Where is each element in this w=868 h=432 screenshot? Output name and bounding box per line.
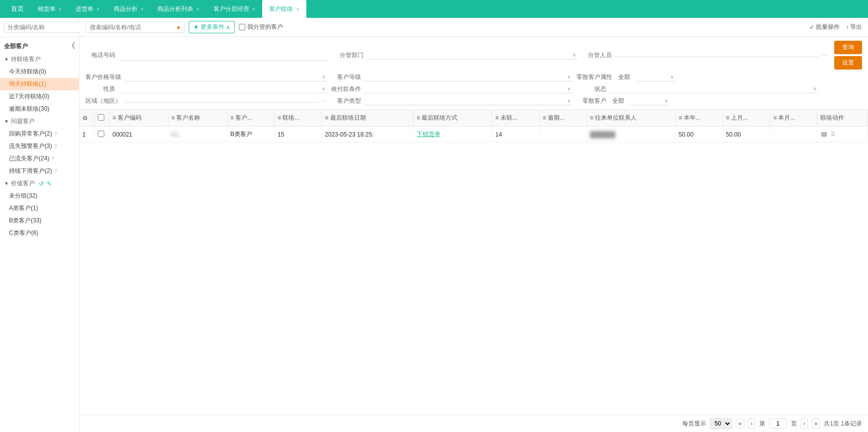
cell-checkbox[interactable] [94, 127, 109, 143]
sidebar-item-overdue[interactable]: 逾期未联络(30) [0, 103, 79, 115]
nature-select[interactable]: ∨ [118, 84, 327, 93]
export-btn[interactable]: ↑ 导出 [846, 23, 862, 31]
action-more-icon[interactable]: ⠿ [831, 131, 835, 138]
sidebar-group-pending[interactable]: ▼ 待联络客户 [0, 53, 79, 66]
nav-purchase[interactable]: 进货单 × [69, 0, 106, 18]
bulk-action-btn[interactable]: ✓ 批量操作 [809, 23, 840, 31]
action-phone-icon[interactable]: ☎ [820, 131, 828, 138]
my-customers-checkbox-label[interactable]: 我分管的客户 [239, 23, 283, 31]
col-this-month: ≡ 本月... [770, 110, 817, 127]
pending-group-label: 待联络客户 [11, 55, 41, 64]
close-sales-icon[interactable]: × [59, 6, 62, 12]
set-btn[interactable]: 设置 [834, 56, 862, 70]
sidebar-item-repurchase[interactable]: 回购异常客户(2) ? [0, 128, 79, 140]
sidebar-group-value[interactable]: ▼ 价值客户 ↺ ✎ [0, 177, 79, 190]
sidebar-item-classC[interactable]: C类客户(6) [0, 227, 79, 239]
cell-last-method[interactable]: 下销货单 [413, 127, 492, 143]
sidebar-all-customers[interactable]: 全部客户 《 [0, 39, 79, 53]
col-name-label: ≡ 客户名称 [171, 114, 200, 121]
my-customers-checkbox[interactable] [239, 24, 245, 30]
close-purchase-icon[interactable]: × [96, 6, 99, 12]
page-unit: 页 [791, 420, 797, 428]
close-customer-contact-icon[interactable]: × [296, 6, 299, 12]
customer-name-value: Ea [171, 131, 179, 138]
nav-goods-analysis[interactable]: 商品分析 × [107, 0, 150, 18]
repurchase-help-icon[interactable]: ? [54, 131, 57, 137]
dept-select[interactable]: ∨ [366, 51, 578, 60]
first-page-btn[interactable]: « [736, 419, 744, 429]
sidebar-item-unsorted[interactable]: 未分组(32) [0, 190, 79, 202]
sidebar-item-declining[interactable]: 持续下滑客户(2) ? [0, 165, 79, 177]
nav-sales[interactable]: 销货单 × [31, 0, 69, 18]
price-level-label: 客户价格等级 [85, 73, 121, 81]
toolbar-search-input[interactable] [90, 24, 177, 31]
customer-level-select[interactable]: ∨ [364, 72, 573, 81]
prev-page-btn[interactable]: ‹ [748, 419, 755, 429]
nav-home[interactable]: 首页 [4, 0, 31, 18]
col-settings[interactable]: ⚙ [79, 110, 94, 127]
cell-this-year: 50.00 [675, 127, 723, 143]
per-page-select[interactable]: 50 [710, 418, 732, 429]
person-more-icon[interactable]: ··· [822, 52, 826, 58]
col-last-date: ≡ 最后联络日期 [322, 110, 414, 127]
sidebar-item-lost[interactable]: 已流失客户(24) ? [0, 152, 79, 165]
last-page-btn[interactable]: » [812, 419, 820, 429]
query-btn[interactable]: 查询 [834, 41, 862, 54]
nav-customer-tier[interactable]: 客户分层经营 × [207, 0, 262, 18]
collapse-icon[interactable]: 《 [68, 42, 75, 51]
close-goods-list-icon[interactable]: × [196, 6, 199, 12]
nav-goods-list[interactable]: 商品分析列表 × [150, 0, 206, 18]
toolbar-search-icon[interactable]: ● [177, 24, 180, 31]
problem-arrow: ▼ [4, 119, 9, 124]
top-nav: 首页 销货单 × 进货单 × 商品分析 × 商品分析列表 × 客户分层经营 × … [0, 0, 868, 18]
export-icon: ↑ [846, 24, 849, 31]
value-refresh-icon[interactable]: ↺ [39, 180, 44, 187]
price-level-select[interactable]: ∨ [124, 72, 327, 81]
status-label: 状态 [577, 85, 606, 93]
lost-help-icon[interactable]: ? [51, 156, 54, 162]
sidebar-item-tomorrow[interactable]: 明天待联络(1) [0, 78, 79, 90]
region-more-icon[interactable]: ··· [323, 98, 327, 104]
sidebar-item-classB[interactable]: B类客户(33) [0, 215, 79, 227]
retail-chevron-icon: ∨ [664, 98, 668, 103]
cell-assoc-contact: ██████ [587, 127, 675, 143]
filter-btn-label: 更多条件 [201, 23, 224, 31]
retail-attr-chevron-icon: ∨ [670, 74, 674, 79]
filter-row-3: 性质 ∨ 收付款条件 ∨ 状态 ∨ [85, 84, 862, 93]
page-input[interactable] [769, 419, 787, 429]
sidebar-item-lostpending[interactable]: 流失预警客户(3) ? [0, 140, 79, 152]
retail-select[interactable]: ∨ [630, 96, 670, 105]
phone-input[interactable] [118, 50, 330, 61]
export-label: 导出 [850, 23, 862, 31]
last-method-link[interactable]: 下销货单 [417, 131, 440, 138]
payment-select[interactable]: ∨ [364, 84, 573, 93]
sidebar-search-input[interactable] [4, 22, 85, 33]
col-overdue-label: ≡ 逾期... [543, 114, 565, 121]
col-checkbox[interactable] [94, 110, 109, 127]
value-edit-icon[interactable]: ✎ [47, 180, 52, 187]
close-goods-analysis-icon[interactable]: × [141, 6, 144, 12]
region-label: 区域（地区） [85, 97, 121, 105]
more-filter-btn[interactable]: ▼ 更多条件 ∧ [189, 21, 235, 33]
table-row: 1 000021 Ea B类客户 15 2023-05-23 18:25: 下销… [79, 127, 868, 143]
close-customer-tier-icon[interactable]: × [252, 6, 255, 12]
retail-attr-select[interactable]: ∨ [636, 72, 676, 81]
row-checkbox[interactable] [98, 131, 104, 137]
sidebar-group-problem[interactable]: ▼ 问题客户 [0, 115, 79, 128]
declining-help-icon[interactable]: ? [54, 168, 57, 174]
col-this-month-label: ≡ 本月... [773, 114, 795, 121]
cell-code: 000021 [109, 127, 168, 143]
status-select[interactable]: ∨ [609, 84, 818, 93]
select-all-checkbox[interactable] [98, 114, 104, 121]
sidebar-item-today[interactable]: 今天待联络(0) [0, 66, 79, 78]
nav-customer-contact[interactable]: 客户联络 × [262, 0, 306, 18]
col-uncontacted: ≡ 未联... [492, 110, 539, 127]
sidebar-item-week7[interactable]: 近7天待联络(0) [0, 90, 79, 103]
col-action-label: 联络动作 [820, 114, 844, 121]
col-last-method-label: ≡ 最后联络方式 [417, 114, 457, 121]
next-page-btn[interactable]: › [801, 419, 808, 429]
sidebar-item-classA[interactable]: A类客户(1) [0, 202, 79, 215]
lostpending-help-icon[interactable]: ? [54, 144, 57, 149]
customer-type-select[interactable]: ∨ [364, 96, 573, 105]
today-label: 今天待联络(0) [9, 68, 46, 76]
